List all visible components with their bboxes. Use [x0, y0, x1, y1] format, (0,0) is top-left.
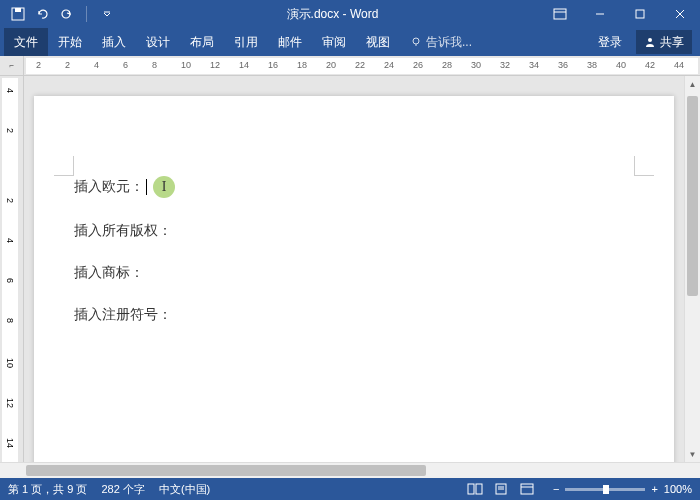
document-line[interactable]: 插入商标：	[74, 264, 634, 282]
tab-references[interactable]: 引用	[224, 28, 268, 56]
vertical-scrollbar[interactable]: ▲ ▼	[684, 76, 700, 462]
tab-file[interactable]: 文件	[4, 28, 48, 56]
tab-design[interactable]: 设计	[136, 28, 180, 56]
svg-rect-1	[15, 8, 21, 12]
status-words[interactable]: 282 个字	[101, 482, 144, 497]
line-text: 插入商标：	[74, 264, 144, 282]
margin-corner-tl	[54, 156, 74, 176]
share-button[interactable]: 共享	[636, 30, 692, 54]
read-mode-icon[interactable]	[463, 480, 487, 498]
window-title: 演示.docx - Word	[125, 6, 540, 23]
svg-rect-6	[636, 10, 644, 18]
zoom-slider-knob[interactable]	[603, 485, 609, 494]
share-label: 共享	[660, 34, 684, 51]
svg-rect-17	[521, 484, 533, 494]
line-text: 插入欧元：	[74, 178, 144, 196]
svg-rect-3	[554, 9, 566, 19]
status-page[interactable]: 第 1 页，共 9 页	[8, 482, 87, 497]
svg-rect-13	[476, 484, 482, 494]
qat-customize-icon[interactable]	[99, 6, 115, 22]
text-cursor	[146, 179, 147, 195]
scrollbar-h-thumb[interactable]	[26, 465, 426, 476]
scrollbar-thumb[interactable]	[687, 96, 698, 296]
horizontal-scrollbar[interactable]	[24, 463, 700, 478]
svg-rect-12	[468, 484, 474, 494]
lightbulb-icon	[410, 36, 422, 48]
web-layout-icon[interactable]	[515, 480, 539, 498]
svg-point-9	[413, 38, 419, 44]
cursor-highlight-icon	[153, 176, 175, 198]
line-text: 插入注册符号：	[74, 306, 172, 324]
minimize-icon[interactable]	[580, 0, 620, 28]
close-icon[interactable]	[660, 0, 700, 28]
zoom-slider[interactable]	[565, 488, 645, 491]
tab-layout[interactable]: 布局	[180, 28, 224, 56]
zoom-out-button[interactable]: −	[553, 483, 559, 495]
tab-insert[interactable]: 插入	[92, 28, 136, 56]
redo-icon[interactable]	[58, 6, 74, 22]
save-icon[interactable]	[10, 6, 26, 22]
maximize-icon[interactable]	[620, 0, 660, 28]
vertical-ruler[interactable]: 4 2 2 4 6 8 10 12 14	[0, 76, 24, 462]
tab-view[interactable]: 视图	[356, 28, 400, 56]
document-line[interactable]: 插入欧元：	[74, 176, 634, 198]
margin-corner-tr	[634, 156, 654, 176]
tab-home[interactable]: 开始	[48, 28, 92, 56]
horizontal-ruler[interactable]: 2246810121416182022242628303234363840424…	[26, 58, 698, 74]
scroll-down-icon[interactable]: ▼	[685, 446, 700, 462]
tell-me-search[interactable]: 告诉我...	[400, 34, 588, 51]
qat-separator	[86, 6, 87, 22]
login-button[interactable]: 登录	[588, 34, 632, 51]
tab-mailings[interactable]: 邮件	[268, 28, 312, 56]
tab-review[interactable]: 审阅	[312, 28, 356, 56]
tell-me-label: 告诉我...	[426, 34, 472, 51]
line-text: 插入所有版权：	[74, 222, 172, 240]
zoom-level[interactable]: 100%	[664, 483, 692, 495]
document-page[interactable]: 插入欧元：插入所有版权：插入商标：插入注册符号：	[34, 96, 674, 462]
document-line[interactable]: 插入注册符号：	[74, 306, 634, 324]
ribbon-options-icon[interactable]	[540, 0, 580, 28]
person-icon	[644, 36, 656, 48]
zoom-in-button[interactable]: +	[651, 483, 657, 495]
undo-icon[interactable]	[34, 6, 50, 22]
document-line[interactable]: 插入所有版权：	[74, 222, 634, 240]
ruler-corner[interactable]: ⌐	[0, 56, 24, 75]
status-language[interactable]: 中文(中国)	[159, 482, 210, 497]
scroll-up-icon[interactable]: ▲	[685, 76, 700, 92]
svg-point-11	[648, 38, 652, 42]
print-layout-icon[interactable]	[489, 480, 513, 498]
